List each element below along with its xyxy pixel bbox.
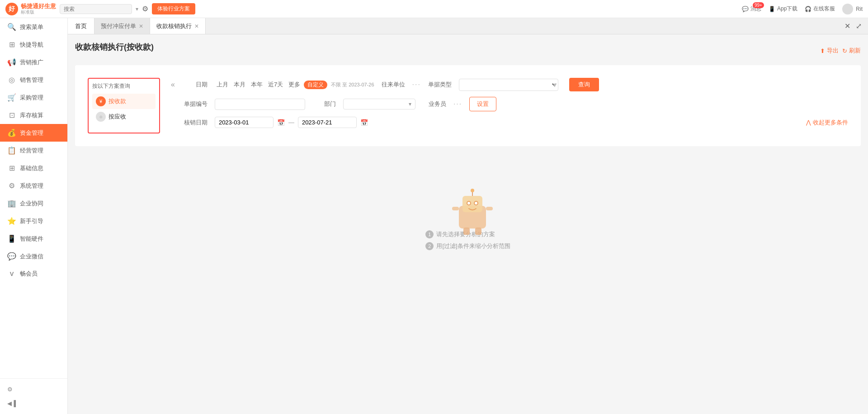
settings-icon[interactable]: ⚙ [142,5,148,13]
dropdown-arrow-icon[interactable]: ▾ [136,6,138,12]
purchase-icon: 🛒 [7,93,16,102]
counterparty-label: 往来单位 [382,81,405,89]
sidebar-settings-btn[interactable]: ⚙ [0,382,67,396]
sidebar-item-search-menu[interactable]: 🔍 搜索菜单 [0,18,67,36]
main-layout: 🔍 搜索菜单 ⊞ 快捷导航 📢 营销推广 ◎ 销售管理 🛒 采购管理 ⊡ 库存核… [0,18,868,414]
dept-select[interactable]: ▾ [343,99,415,109]
by-receivable-icon: ○ [96,112,106,122]
sidebar-label-inventory: 库存核算 [20,111,43,119]
sidebar-label-purchase: 采购管理 [20,94,43,102]
trial-button[interactable]: 体验行业方案 [152,3,195,14]
tab-prepay[interactable]: 预付冲应付单 ✕ [94,18,150,34]
app-label: App下载 [777,5,797,13]
sidebar-item-inventory[interactable]: ⊡ 库存核算 [0,106,67,124]
online-service-action[interactable]: 🎧 在线客服 [805,5,835,13]
home-icon: ⊞ [7,40,16,49]
doc-number-input[interactable] [215,99,305,110]
date-last-month-btn[interactable]: 上月 [215,80,230,90]
date-custom-tag[interactable]: 自定义 [304,81,327,89]
sidebar-item-basic-info[interactable]: ⊞ 基础信息 [0,159,67,177]
app-download-action[interactable]: 📱 App下载 [769,5,797,13]
tab-bar: 首页 预付冲应付单 ✕ 收款核销执行 ✕ ✕ ⤢ [68,18,868,34]
write-off-date-end-input[interactable] [298,117,357,128]
sidebar: 🔍 搜索菜单 ⊞ 快捷导航 📢 营销推广 ◎ 销售管理 🛒 采购管理 ⊡ 库存核… [0,18,68,414]
sidebar-item-operation[interactable]: 📋 经营管理 [0,142,67,159]
sidebar-label-enterprise: 企业协同 [20,200,43,208]
sidebar-label-member: 畅会员 [20,270,38,278]
tab-close-all-btn[interactable]: ✕ [842,20,853,32]
tab-receipt[interactable]: 收款核销执行 ✕ [150,18,206,34]
collapse-more-button[interactable]: ⋀ 收起更多条件 [806,119,848,127]
panel-collapse-button[interactable]: « [169,79,177,90]
tab-close-receipt[interactable]: ✕ [194,24,199,29]
sidebar-item-enterprise[interactable]: 🏢 企业协同 [0,195,67,212]
sidebar-item-sales[interactable]: ◎ 销售管理 [0,71,67,89]
page-content: 收款核销执行(按收款) ⬆ 导出 ↻ 刷新 按以 [68,34,868,414]
sidebar-item-guide[interactable]: ⭐ 新手引导 [0,212,67,230]
sidebar-item-purchase[interactable]: 🛒 采购管理 [0,89,67,106]
calendar-start-icon[interactable]: 📅 [277,119,285,126]
sidebar-item-finance[interactable]: 💰 资金管理 [0,124,67,142]
by-receipt-icon: ¥ [96,96,106,106]
date-7days-btn[interactable]: 近7天 [266,80,285,90]
guide-icon: ⭐ [7,217,16,225]
top-bar-right: 💬 消息 99+ 📱 App下载 🎧 在线客服 Rit [742,4,863,14]
calendar-end-icon[interactable]: 📅 [360,119,368,126]
export-button[interactable]: ⬆ 导出 [820,47,839,55]
sidebar-label-wechat: 企业微信 [20,252,43,261]
filter-row-2: 单据编号 部门 ▾ 业务员 ··· 设置 [184,97,848,111]
sidebar-item-wechat[interactable]: 💬 企业微信 [0,247,67,265]
tab-home[interactable]: 首页 [68,18,94,34]
sidebar-label-system: 系统管理 [20,182,43,190]
date-this-year-btn[interactable]: 本年 [249,80,264,90]
search-input[interactable] [60,4,132,14]
svg-rect-8 [452,207,459,210]
svg-rect-9 [486,207,493,210]
staff-input-btn[interactable]: ··· [453,100,462,108]
empty-state: 1 请先选择要分析的方案 2 用[过滤]条件来缩小分析范围 [75,147,861,288]
date-this-month-btn[interactable]: 本月 [232,80,247,90]
sidebar-bottom: ⚙ ◀▐ [0,378,67,414]
sidebar-item-system[interactable]: ⚙ 系统管理 [0,177,67,195]
refresh-icon: ↻ [842,48,847,54]
sidebar-item-member[interactable]: V 畅会员 [0,265,67,282]
settings-button[interactable]: 设置 [469,97,496,111]
filter-option-by-receivable[interactable]: ○ 按应收 [92,109,156,124]
tab-expand-btn[interactable]: ⤢ [853,20,864,32]
sidebar-item-quick-nav[interactable]: ⊞ 快捷导航 [0,36,67,53]
query-button[interactable]: 查询 [569,78,599,91]
counterparty-input-btn[interactable]: ··· [412,81,421,89]
filter-option-by-receipt[interactable]: ¥ 按收款 [92,94,156,109]
hardware-icon: 📱 [7,234,16,243]
svg-point-4 [467,202,470,205]
sidebar-item-hardware[interactable]: 📱 智能硬件 [0,230,67,247]
filter-left-panel: 按以下方案查询 ¥ 按收款 ○ 按应收 [88,78,160,133]
page-header: 收款核销执行(按收款) ⬆ 导出 ↻ 刷新 [75,42,861,60]
sidebar-item-marketing[interactable]: 📢 营销推广 [0,53,67,71]
tab-bar-actions: ✕ ⤢ [842,20,868,32]
sidebar-collapse-btn[interactable]: ◀▐ [0,396,67,410]
sidebar-label-hardware: 智能硬件 [20,235,43,243]
message-action[interactable]: 💬 消息 99+ [742,5,761,13]
refresh-button[interactable]: ↻ 刷新 [842,47,861,55]
date-range-dash: — [288,119,294,126]
write-off-date-start-input[interactable] [215,117,274,128]
date-more-btn[interactable]: 更多 [287,80,302,90]
user-area[interactable]: Rit [842,4,863,14]
doc-type-select[interactable] [459,79,558,91]
brand-sub: 标准版 [21,10,56,15]
page-title: 收款核销执行(按收款) [75,42,154,52]
system-icon: ⚙ [7,181,16,190]
dept-select-arrow-icon: ▾ [409,101,411,107]
brand-name: 畅捷通好生意 [21,3,56,10]
brand-logo: 好 [5,3,18,15]
staff-label: 业务员 [423,100,446,108]
message-icon: 💬 [742,6,749,12]
sidebar-label-basic-info: 基础信息 [20,164,43,172]
brand: 好 畅捷通好生意 标准版 [5,3,56,15]
message-badge: 99+ [753,2,764,8]
sidebar-label-guide: 新手引导 [20,217,43,225]
enterprise-icon: 🏢 [7,199,16,208]
operation-icon: 📋 [7,146,16,155]
tab-close-prepay[interactable]: ✕ [139,24,143,29]
